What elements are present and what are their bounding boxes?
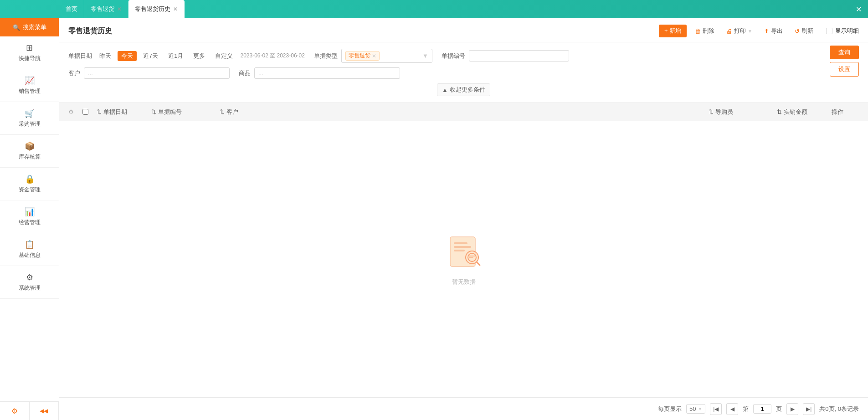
goods-placeholder: ... bbox=[258, 70, 263, 77]
sidebar-search[interactable]: 🔍 搜索菜单 bbox=[0, 18, 59, 36]
next-page-btn[interactable]: ▶ bbox=[786, 403, 798, 415]
col-action: 操作 bbox=[827, 108, 863, 116]
goods-filter-select[interactable]: ... bbox=[254, 67, 400, 79]
col-guide-sort-icon: ⇅ bbox=[709, 108, 714, 115]
capital-mgmt-icon: 🔒 bbox=[25, 174, 35, 184]
tab-home[interactable]: 首页 bbox=[59, 0, 84, 18]
svg-rect-2 bbox=[454, 246, 471, 248]
print-arrow-icon: ▼ bbox=[748, 29, 752, 34]
date-filter-label: 单据日期 bbox=[68, 52, 92, 60]
type-filter-item: 单据类型 零售退货 ✕ ▼ bbox=[314, 49, 432, 63]
page-unit: 页 bbox=[776, 405, 782, 413]
page-size-arrow: ▼ bbox=[698, 406, 702, 411]
collapse-arrow-icon: ▲ bbox=[442, 87, 448, 93]
date-option-last7[interactable]: 近7天 bbox=[139, 51, 162, 61]
tab-return-history[interactable]: 零售退货历史 ✕ bbox=[128, 0, 185, 18]
no-filter-input[interactable] bbox=[469, 50, 569, 61]
sidebar-item-quick-nav[interactable]: ⊞ 快捷导航 bbox=[0, 36, 59, 69]
stock-check-icon: 📦 bbox=[25, 141, 35, 151]
date-option-more[interactable]: 更多 bbox=[190, 51, 209, 61]
export-button[interactable]: ⬆ 导出 bbox=[760, 25, 786, 37]
sidebar-item-stock-check[interactable]: 📦 库存核算 bbox=[0, 135, 59, 168]
sidebar-volume-btn[interactable]: ◀◀ bbox=[30, 402, 59, 420]
page-input[interactable] bbox=[753, 404, 771, 414]
print-button[interactable]: 🖨 打印 ▼ bbox=[723, 25, 756, 37]
col-no-sort-icon: ⇅ bbox=[151, 108, 156, 115]
sidebar-item-basic-info[interactable]: 📋 基础信息 bbox=[0, 233, 59, 266]
filter-area: 单据日期 昨天 今天 近7天 近1月 更多 自定义 2023-06-02 至 2… bbox=[59, 42, 868, 103]
sales-mgmt-icon: 📈 bbox=[25, 76, 35, 86]
type-filter-select[interactable]: 零售退货 ✕ ▼ bbox=[341, 49, 432, 63]
date-option-last1month[interactable]: 近1月 bbox=[164, 51, 187, 61]
table-select-all-checkbox[interactable] bbox=[78, 109, 92, 115]
refresh-button[interactable]: ↺ 刷新 bbox=[791, 25, 817, 37]
sidebar-item-operation-mgmt[interactable]: 📊 经营管理 bbox=[0, 200, 59, 233]
toolbar: + 新增 🗑 删除 🖨 打印 ▼ ⬆ 导出 ↺ 刷新 bbox=[659, 25, 859, 37]
select-all-input[interactable] bbox=[82, 109, 88, 115]
display-switch-checkbox[interactable] bbox=[826, 28, 832, 34]
pagination: 每页显示 50 ▼ |◀ ◀ 第 页 ▶ ▶| 共0页, 0条记录 bbox=[59, 397, 868, 420]
date-option-yesterday[interactable]: 昨天 bbox=[96, 51, 115, 61]
type-filter-label: 单据类型 bbox=[314, 52, 338, 60]
page-header: 零售退货历史 + 新增 🗑 删除 🖨 打印 ▼ ⬆ 导出 bbox=[59, 18, 868, 42]
goods-filter-item: 商品 ... bbox=[239, 67, 400, 79]
date-option-today[interactable]: 今天 bbox=[118, 51, 137, 61]
sidebar-item-purchase-mgmt[interactable]: 🛒 采购管理 bbox=[0, 102, 59, 135]
date-option-custom[interactable]: 自定义 bbox=[211, 51, 236, 61]
customer-filter-item: 客户 ... bbox=[68, 67, 230, 79]
sidebar: 🔍 搜索菜单 ⊞ 快捷导航 📈 销售管理 🛒 采购管理 📦 库存核算 🔒 资金管… bbox=[0, 18, 59, 420]
main-content: 零售退货历史 + 新增 🗑 删除 🖨 打印 ▼ ⬆ 导出 bbox=[59, 18, 868, 420]
first-page-btn[interactable]: |◀ bbox=[710, 403, 722, 415]
type-tag-close[interactable]: ✕ bbox=[372, 53, 376, 59]
col-customer[interactable]: ⇅ 客户 bbox=[215, 108, 704, 116]
settings-button[interactable]: 设置 bbox=[830, 62, 859, 77]
empty-text: 暂无数据 bbox=[452, 278, 476, 286]
sidebar-settings-btn[interactable]: ⚙ bbox=[0, 402, 30, 420]
filter-row-1: 单据日期 昨天 今天 近7天 近1月 更多 自定义 2023-06-02 至 2… bbox=[68, 49, 859, 63]
search-icon: 🔍 bbox=[13, 24, 20, 31]
page-size-select[interactable]: 50 ▼ bbox=[686, 404, 705, 414]
sidebar-item-capital-mgmt[interactable]: 🔒 资金管理 bbox=[0, 168, 59, 200]
last-page-btn[interactable]: ▶| bbox=[803, 403, 815, 415]
customer-filter-select[interactable]: ... bbox=[84, 67, 230, 79]
export-icon: ⬆ bbox=[764, 28, 769, 35]
delete-icon: 🗑 bbox=[695, 28, 701, 35]
table-settings-icon[interactable]: ⚙ bbox=[64, 108, 78, 115]
page-title: 零售退货历史 bbox=[68, 26, 112, 36]
prev-page-btn[interactable]: ◀ bbox=[726, 403, 738, 415]
goods-filter-label: 商品 bbox=[239, 69, 251, 77]
collapse-filter-btn[interactable]: ▲ 收起更多条件 bbox=[437, 83, 490, 96]
col-no[interactable]: ⇅ 单据编号 bbox=[147, 108, 215, 116]
top-nav: 首页 零售退货 ✕ 零售退货历史 ✕ ✕ bbox=[0, 0, 868, 18]
col-guide[interactable]: ⇅ 导购员 bbox=[704, 108, 772, 116]
col-date[interactable]: ⇅ 单据日期 bbox=[92, 108, 147, 116]
page-text: 第 bbox=[743, 405, 749, 413]
filter-row-2: 客户 ... 商品 ... bbox=[68, 67, 859, 79]
type-filter-arrow: ▼ bbox=[422, 52, 428, 59]
date-options: 昨天 今天 近7天 近1月 更多 自定义 bbox=[96, 51, 236, 61]
operation-mgmt-icon: 📊 bbox=[25, 207, 35, 217]
svg-rect-1 bbox=[454, 242, 467, 244]
purchase-mgmt-icon: 🛒 bbox=[25, 108, 35, 118]
close-all-tabs[interactable]: ✕ bbox=[856, 5, 862, 14]
table-header: ⚙ ⇅ 单据日期 ⇅ 单据编号 ⇅ 客户 ⇅ 导购员 bbox=[59, 103, 868, 121]
customer-filter-label: 客户 bbox=[68, 69, 80, 77]
close-return-tab[interactable]: ✕ bbox=[117, 6, 122, 12]
col-date-sort-icon: ⇅ bbox=[97, 108, 102, 115]
print-icon: 🖨 bbox=[726, 28, 732, 35]
sidebar-item-system-mgmt[interactable]: ⚙ 系统管理 bbox=[0, 266, 59, 299]
refresh-icon: ↺ bbox=[795, 28, 800, 35]
close-return-history-tab[interactable]: ✕ bbox=[173, 6, 178, 12]
query-button[interactable]: 查询 bbox=[830, 46, 859, 59]
empty-icon bbox=[441, 232, 487, 273]
col-customer-sort-icon: ⇅ bbox=[220, 108, 225, 115]
display-switch[interactable]: 显示明细 bbox=[826, 27, 859, 35]
sidebar-item-sales-mgmt[interactable]: 📈 销售管理 bbox=[0, 69, 59, 102]
tab-return[interactable]: 零售退货 ✕ bbox=[84, 0, 128, 18]
delete-button[interactable]: 🗑 删除 bbox=[691, 25, 718, 37]
total-text: 共0页, 0条记录 bbox=[819, 405, 859, 413]
date-range-display: 2023-06-02 至 2023-06-02 bbox=[240, 52, 304, 60]
svg-rect-3 bbox=[454, 250, 465, 251]
system-mgmt-icon: ⚙ bbox=[26, 272, 33, 282]
new-button[interactable]: + 新增 bbox=[659, 25, 687, 37]
